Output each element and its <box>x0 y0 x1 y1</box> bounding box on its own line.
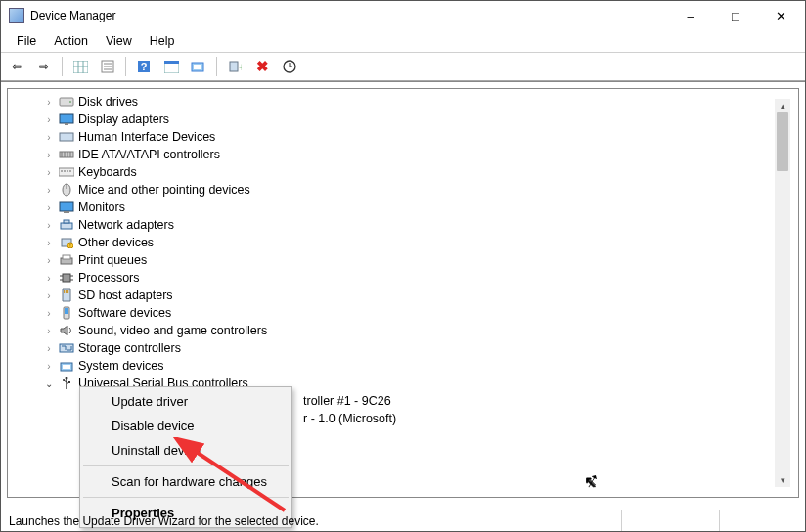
ctx-separator <box>83 466 289 466</box>
scan-button[interactable] <box>187 55 210 78</box>
show-hidden-button[interactable] <box>68 55 92 78</box>
tree-node-label: Print queues <box>78 253 147 267</box>
toolbar-separator <box>216 57 217 76</box>
sd-icon <box>59 288 74 302</box>
properties-icon <box>101 60 114 73</box>
tree-node[interactable]: ›Keyboards <box>10 163 796 181</box>
svg-rect-30 <box>67 170 68 172</box>
minimize-button[interactable]: – <box>668 1 713 30</box>
caret-right-icon[interactable]: › <box>43 220 55 231</box>
caret-right-icon[interactable]: › <box>43 290 55 301</box>
back-button[interactable]: ⇦ <box>5 55 28 78</box>
forward-button[interactable]: ⇨ <box>32 55 56 78</box>
action-button[interactable] <box>159 55 183 78</box>
toolbar-separator <box>62 57 63 76</box>
tree-node-label: Mice and other pointing devices <box>78 183 250 197</box>
caret-right-icon[interactable]: › <box>43 343 55 354</box>
tree-node[interactable]: ›Print queues <box>10 251 796 269</box>
caret-right-icon[interactable]: › <box>43 308 55 319</box>
tree-node[interactable]: ›Storage controllers <box>10 339 796 357</box>
tree-node-label: Software devices <box>78 306 171 320</box>
ctx-update-driver[interactable]: Update driver <box>82 389 290 414</box>
tree-node-label: IDE ATA/ATAPI controllers <box>78 148 220 161</box>
tree-node-label: Network adapters <box>78 218 174 232</box>
caret-right-icon[interactable]: › <box>43 326 55 336</box>
menu-help[interactable]: Help <box>142 32 183 50</box>
svg-rect-21 <box>60 133 73 141</box>
tree-node-label: Disk drives <box>78 95 138 109</box>
storage-icon <box>59 341 74 355</box>
forward-icon: ⇨ <box>39 60 49 73</box>
update-button[interactable] <box>278 55 301 78</box>
vertical-scrollbar[interactable]: ▴ ▾ <box>775 99 790 487</box>
tree-node-label: Storage controllers <box>78 341 181 355</box>
caret-right-icon[interactable]: › <box>43 361 55 372</box>
svg-point-57 <box>66 377 68 380</box>
tree-node[interactable]: ›Sound, video and game controllers <box>10 322 796 339</box>
uninstall-button[interactable]: ✖ <box>250 55 274 78</box>
caret-right-icon[interactable]: › <box>43 255 55 266</box>
svg-rect-43 <box>63 274 70 282</box>
system-icon <box>59 359 74 373</box>
statusbar: Launches the Update Driver Wizard for th… <box>1 510 805 531</box>
svg-text:!: ! <box>69 243 70 248</box>
svg-rect-34 <box>60 202 73 211</box>
scroll-up-icon[interactable]: ▴ <box>775 99 790 112</box>
device-tree[interactable]: ›Disk drives›Display adapters›Human Inte… <box>8 89 798 431</box>
status-cell <box>719 510 797 531</box>
printer-icon <box>59 253 74 267</box>
ctx-disable-device[interactable]: Disable device <box>82 414 290 438</box>
tree-node[interactable]: ›IDE ATA/ATAPI controllers <box>10 146 796 163</box>
menu-action[interactable]: Action <box>46 32 96 50</box>
tree-node-label: Processors <box>78 271 140 285</box>
tree-node[interactable]: ›SD host adapters <box>10 287 796 304</box>
tree-node[interactable]: ›Mice and other pointing devices <box>10 181 796 199</box>
tree-node[interactable]: ›System devices <box>10 357 796 375</box>
svg-rect-29 <box>64 170 66 172</box>
scroll-down-icon[interactable]: ▾ <box>775 473 790 487</box>
properties-button[interactable] <box>96 55 119 78</box>
tree-node-label: Other devices <box>78 236 154 249</box>
tree-node[interactable]: ›Disk drives <box>10 93 796 111</box>
caret-right-icon[interactable]: › <box>43 97 55 108</box>
menu-view[interactable]: View <box>98 32 140 50</box>
help-button[interactable]: ? <box>132 55 156 78</box>
svg-rect-49 <box>66 290 67 293</box>
maximize-button[interactable]: □ <box>713 1 758 30</box>
tree-node[interactable]: ›Processors <box>10 269 796 287</box>
network-icon <box>59 218 74 232</box>
tree-node[interactable]: ›!Other devices <box>10 234 796 251</box>
caret-right-icon[interactable]: › <box>43 238 55 248</box>
mouse-icon <box>59 183 74 197</box>
close-button[interactable]: ✕ <box>758 1 803 30</box>
display-icon <box>59 112 74 126</box>
tree-node[interactable]: ›Display adapters <box>10 111 796 128</box>
tree-node[interactable]: ›Monitors <box>10 199 796 216</box>
svg-rect-35 <box>64 211 69 213</box>
menu-file[interactable]: File <box>9 32 44 50</box>
grid-icon <box>73 61 88 73</box>
tree-node[interactable]: ›Software devices <box>10 304 796 322</box>
add-legacy-button[interactable]: + <box>223 55 246 78</box>
tree-node[interactable]: ›Human Interface Devices <box>10 128 796 146</box>
scroll-thumb[interactable] <box>777 112 788 171</box>
svg-rect-48 <box>64 290 65 293</box>
ide-icon <box>59 148 74 161</box>
caret-right-icon[interactable]: › <box>43 185 55 196</box>
ctx-uninstall-device[interactable]: Uninstall device <box>82 438 290 463</box>
help-icon: ? <box>137 60 151 73</box>
caret-right-icon[interactable]: › <box>43 114 55 125</box>
caret-right-icon[interactable]: › <box>43 273 55 284</box>
caret-right-icon[interactable]: › <box>43 150 55 160</box>
caret-right-icon[interactable]: › <box>43 132 55 143</box>
context-menu: Update driver Disable device Uninstall d… <box>79 386 292 528</box>
tree-node[interactable]: ›Network adapters <box>10 216 796 234</box>
caret-right-icon[interactable]: › <box>43 167 55 178</box>
disk-icon <box>59 95 74 109</box>
caret-right-icon[interactable]: › <box>43 202 55 213</box>
svg-rect-31 <box>69 170 71 172</box>
svg-rect-37 <box>64 220 69 223</box>
caret-down-icon[interactable]: ⌄ <box>43 378 55 389</box>
tree-node-label: System devices <box>78 359 164 373</box>
ctx-scan-hardware[interactable]: Scan for hardware changes <box>82 469 290 494</box>
